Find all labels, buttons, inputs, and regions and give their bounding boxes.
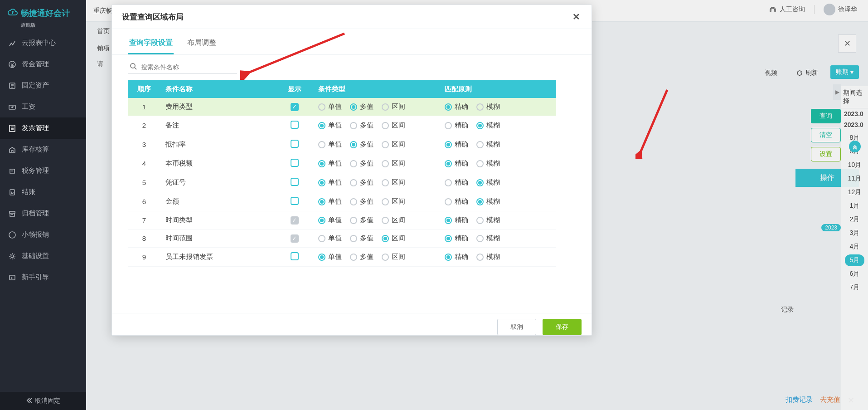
row-name: 备注: [160, 116, 277, 135]
table-row: 2备注单值多值区间精确模糊: [128, 116, 556, 135]
row-match-cell: 精确模糊: [439, 154, 556, 173]
match-radio[interactable]: 精确: [445, 216, 468, 225]
radio-dot-icon: [382, 179, 389, 186]
type-radio[interactable]: 多值: [350, 121, 373, 130]
save-button[interactable]: 保存: [543, 319, 582, 335]
radio-dot-icon: [350, 122, 357, 129]
type-radio[interactable]: 单值: [318, 253, 342, 261]
match-radio[interactable]: 模糊: [476, 102, 500, 111]
radio-label: 多值: [360, 216, 373, 225]
type-radio[interactable]: 多值: [350, 178, 373, 187]
match-radio[interactable]: 精确: [445, 178, 468, 187]
match-radio[interactable]: 模糊: [476, 197, 500, 206]
radio-label: 精确: [455, 234, 468, 243]
match-radio[interactable]: 模糊: [476, 253, 500, 261]
match-radio[interactable]: 模糊: [476, 234, 500, 243]
radio-label: 单值: [328, 159, 342, 168]
match-radio[interactable]: 精确: [445, 140, 468, 149]
show-checkbox[interactable]: [291, 121, 299, 129]
radio-dot-icon: [350, 103, 357, 111]
col-type: 条件类型: [313, 80, 439, 98]
row-match-cell: 精确模糊: [439, 192, 556, 211]
type-radio[interactable]: 区间: [382, 140, 405, 149]
type-radio[interactable]: 区间: [382, 216, 405, 225]
type-radio[interactable]: 多值: [350, 234, 373, 243]
match-radio[interactable]: 模糊: [476, 140, 500, 149]
radio-label: 单值: [328, 121, 342, 130]
type-radio[interactable]: 单值: [318, 197, 342, 206]
radio-dot-icon: [350, 179, 357, 186]
radio-dot-icon: [350, 217, 357, 224]
type-radio[interactable]: 单值: [318, 216, 342, 225]
row-show-cell: [276, 211, 313, 229]
type-radio[interactable]: 单值: [318, 121, 342, 130]
show-checkbox[interactable]: [291, 178, 299, 186]
type-radio[interactable]: 多值: [350, 102, 373, 111]
match-radio[interactable]: 精确: [445, 234, 468, 243]
tab-layout-adjust[interactable]: 布局调整: [186, 35, 217, 54]
show-checkbox[interactable]: [291, 103, 299, 111]
radio-label: 模糊: [486, 216, 500, 225]
search-input[interactable]: [141, 63, 236, 71]
type-radio[interactable]: 多值: [350, 253, 373, 261]
radio-dot-icon: [382, 235, 389, 242]
type-radio[interactable]: 区间: [382, 121, 405, 130]
type-radio[interactable]: 单值: [318, 234, 342, 243]
radio-label: 多值: [360, 159, 373, 168]
row-match-cell: 精确模糊: [439, 229, 556, 248]
radio-label: 多值: [360, 102, 373, 111]
match-radio[interactable]: 精确: [445, 253, 468, 261]
match-radio[interactable]: 精确: [445, 159, 468, 168]
row-type-cell: 单值多值区间: [313, 154, 439, 173]
type-radio[interactable]: 单值: [318, 159, 342, 168]
match-radio[interactable]: 模糊: [476, 178, 500, 187]
show-checkbox[interactable]: [291, 159, 299, 167]
row-show-cell: [276, 98, 313, 116]
type-radio[interactable]: 单值: [318, 140, 342, 149]
col-show: 显示: [276, 80, 313, 98]
type-radio[interactable]: 多值: [350, 197, 373, 206]
radio-label: 模糊: [486, 102, 500, 111]
radio-label: 多值: [360, 234, 373, 243]
type-radio[interactable]: 多值: [350, 216, 373, 225]
col-seq: 顺序: [128, 80, 160, 98]
match-radio[interactable]: 精确: [445, 197, 468, 206]
radio-dot-icon: [445, 160, 452, 167]
type-radio[interactable]: 区间: [382, 234, 405, 243]
show-checkbox[interactable]: [291, 140, 299, 148]
tab-field-settings[interactable]: 查询字段设置: [128, 35, 174, 54]
match-radio[interactable]: 精确: [445, 102, 468, 111]
type-radio[interactable]: 区间: [382, 197, 405, 206]
radio-label: 单值: [328, 216, 342, 225]
row-name: 本币税额: [160, 154, 277, 173]
match-radio[interactable]: 模糊: [476, 159, 500, 168]
type-radio[interactable]: 区间: [382, 159, 405, 168]
show-checkbox[interactable]: [291, 252, 299, 260]
type-radio[interactable]: 单值: [318, 102, 342, 111]
modal-close-button[interactable]: ✕: [571, 11, 582, 22]
type-radio[interactable]: 多值: [350, 140, 373, 149]
type-radio[interactable]: 多值: [350, 159, 373, 168]
cancel-button[interactable]: 取消: [497, 319, 536, 335]
radio-dot-icon: [318, 217, 325, 224]
type-radio[interactable]: 区间: [382, 253, 405, 261]
radio-label: 模糊: [486, 140, 500, 149]
row-show-cell: [276, 116, 313, 135]
row-show-cell: [276, 192, 313, 211]
radio-label: 多值: [360, 178, 373, 187]
match-radio[interactable]: 模糊: [476, 121, 500, 130]
radio-dot-icon: [318, 122, 325, 129]
radio-dot-icon: [318, 198, 325, 205]
type-radio[interactable]: 区间: [382, 178, 405, 187]
row-name: 费用类型: [160, 98, 277, 116]
match-radio[interactable]: 精确: [445, 121, 468, 130]
radio-dot-icon: [382, 141, 389, 148]
show-checkbox[interactable]: [291, 197, 299, 205]
radio-label: 单值: [328, 253, 342, 261]
type-radio[interactable]: 区间: [382, 102, 405, 111]
show-checkbox: [291, 234, 299, 243]
row-type-cell: 单值多值区间: [313, 192, 439, 211]
type-radio[interactable]: 单值: [318, 178, 342, 187]
match-radio[interactable]: 模糊: [476, 216, 500, 225]
radio-label: 区间: [392, 253, 405, 261]
